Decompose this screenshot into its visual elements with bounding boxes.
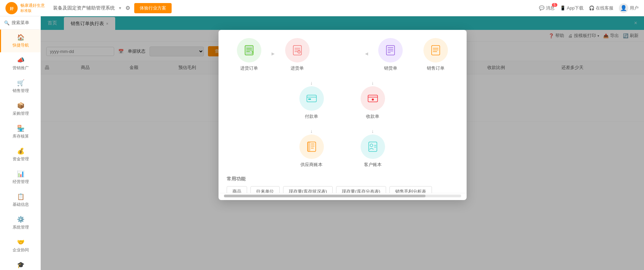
purchase-bill-node: 进货单 — [275, 38, 320, 71]
modal: 进货订单 ▶ — [219, 30, 467, 200]
sales-order-node: 销售订单 — [413, 38, 458, 71]
svg-point-33 — [370, 144, 373, 147]
sidebar-item-sys-mgmt[interactable]: ⚙️系统管理 — [0, 212, 40, 234]
quick-btn-商品[interactable]: 商品 — [227, 186, 247, 193]
sales-bill-circle[interactable] — [378, 38, 403, 62]
svg-point-26 — [372, 98, 374, 101]
payment-slip-circle[interactable] — [299, 86, 324, 111]
sidebar-label-sales-mgmt: 销售管理 — [13, 88, 29, 94]
down-arrow-customer: ↓ — [371, 128, 374, 134]
sidebar-label-quick-nav: 快捷导航 — [13, 42, 29, 48]
sales-order-circle[interactable] — [423, 38, 448, 62]
main-area: 🔍 搜索菜单 🏠快捷导航📣营销推广🛒销售管理📦采购管理🏪库存核算💰资金管理📊经营… — [0, 16, 644, 270]
arrow-purchase-to-bill: ▶ — [272, 50, 275, 59]
sidebar-search[interactable]: 🔍 搜索菜单 — [0, 16, 40, 30]
customer-ledger-circle[interactable] — [361, 134, 385, 159]
sidebar-icon-finance: 💰 — [17, 147, 24, 155]
logo-area: 好 畅康通好生意 标准版 — [5, 2, 46, 14]
sidebar-icon-quick-nav: 🏠 — [17, 34, 24, 41]
sidebar-item-finance[interactable]: 💰资金管理 — [0, 143, 40, 166]
download-icon: 📱 — [560, 5, 565, 11]
sidebar: 🔍 搜索菜单 🏠快捷导航📣营销推广🛒销售管理📦采购管理🏪库存核算💰资金管理📊经营… — [0, 16, 41, 270]
app-download-btn[interactable]: 📱 App下载 — [560, 5, 584, 11]
purchase-order-node: 进货订单 — [227, 38, 272, 71]
sidebar-item-basic-info[interactable]: 📋基础信息 — [0, 189, 40, 212]
supplier-ledger-label: 供应商账本 — [300, 162, 323, 168]
dropdown-arrow-icon[interactable]: ▾ — [119, 5, 121, 11]
payment-slip-label: 付款单 — [305, 113, 318, 120]
svg-rect-12 — [386, 46, 395, 55]
scrollbar-thumb[interactable] — [224, 195, 425, 197]
modal-overlay[interactable]: 进货订单 ▶ — [41, 16, 644, 270]
sidebar-item-quick-nav[interactable]: 🏠快捷导航 — [0, 30, 40, 52]
quick-title: 常用功能 — [227, 176, 458, 182]
receipt-column: ↓ — [349, 79, 397, 120]
app-container: 好 畅康通好生意 标准版 装备及固定资产辅助管理系统 ▾ ⚙ 体验行业方案 💬 … — [0, 0, 644, 270]
sidebar-item-purchase-mgmt[interactable]: 📦采购管理 — [0, 98, 40, 121]
sidebar-icon-sales-mgmt: 🛒 — [17, 79, 24, 87]
logo-text: 畅康通好生意 标准版 — [20, 3, 45, 13]
sidebar-item-newbie[interactable]: 🎓新手引导 — [0, 257, 40, 270]
down-arrow-payment: ↓ — [310, 80, 313, 86]
sidebar-label-sys-mgmt: 系统管理 — [13, 224, 29, 230]
app-download-label: App下载 — [567, 5, 584, 11]
sidebar-item-sales-mgmt[interactable]: 🛒销售管理 — [0, 75, 40, 98]
flow-row-2-area: ↓ — [227, 79, 458, 120]
sys-title: 装备及固定资产辅助管理系统 — [53, 5, 115, 11]
svg-rect-6 — [293, 46, 301, 55]
quick-btn-销售毛利分析表[interactable]: 销售毛利分析表 — [389, 186, 432, 193]
sidebar-icon-sys-mgmt: ⚙️ — [17, 216, 24, 223]
sidebar-item-operations[interactable]: 📊经营管理 — [0, 166, 40, 189]
down-arrow-supplier: ↓ — [310, 128, 313, 134]
online-service-btn[interactable]: 🎧 在线客服 — [589, 5, 613, 11]
purchase-order-circle[interactable] — [237, 38, 261, 62]
sidebar-label-purchase-mgmt: 采购管理 — [13, 111, 29, 116]
logo-icon: 好 — [5, 2, 18, 14]
online-service-label: 在线客服 — [596, 5, 613, 11]
user-btn[interactable]: 👤 用户 — [619, 3, 639, 13]
sidebar-label-inventory: 库存核算 — [13, 133, 29, 139]
content-area: 首页 销售订单执行表 × × ❓ 帮助 🖨 按模板打印 ▾ — [41, 16, 644, 270]
quick-btn-现存量(库存状况表)[interactable]: 现存量(库存状况表) — [283, 186, 333, 193]
message-btn[interactable]: 💬 消息 5 — [539, 5, 555, 11]
sidebar-icon-newbie: 🎓 — [17, 261, 24, 269]
sidebar-item-enterprise[interactable]: 🤝企业协同 — [0, 234, 40, 257]
svg-rect-23 — [308, 98, 311, 100]
svg-rect-28 — [308, 142, 310, 151]
svg-text:好: 好 — [10, 6, 14, 11]
sidebar-item-inventory[interactable]: 🏪库存核算 — [0, 121, 40, 143]
payment-slip-node: 付款单 — [288, 86, 335, 120]
service-icon: 🎧 — [589, 5, 594, 11]
supplier-ledger-circle[interactable] — [299, 134, 324, 159]
customer-ledger-node: 客户账本 — [349, 134, 397, 168]
quick-btn-往来单位[interactable]: 往来单位 — [250, 186, 280, 193]
sidebar-icon-operations: 📊 — [17, 170, 24, 178]
search-label: 搜索菜单 — [12, 20, 29, 26]
purchase-bill-circle[interactable] — [285, 38, 310, 62]
flow-row-1: 进货订单 ▶ — [227, 38, 458, 71]
experience-btn[interactable]: 体验行业方案 — [134, 3, 172, 13]
sidebar-label-enterprise: 企业协同 — [13, 247, 29, 253]
sidebar-label-operations: 经营管理 — [13, 179, 29, 185]
sales-bill-label: 销货单 — [384, 65, 397, 71]
receipt-slip-circle[interactable] — [361, 86, 385, 111]
customer-column: ↓ — [349, 128, 397, 168]
scrollbar-track — [224, 195, 461, 197]
sidebar-icon-basic-info: 📋 — [17, 193, 24, 200]
sales-order-label: 销售订单 — [427, 65, 445, 71]
sidebar-icon-inventory: 🏪 — [17, 125, 24, 132]
payment-column: ↓ — [288, 79, 335, 120]
sidebar-items: 🏠快捷导航📣营销推广🛒销售管理📦采购管理🏪库存核算💰资金管理📊经营管理📋基础信息… — [0, 30, 40, 270]
message-icon: 💬 — [539, 5, 544, 11]
customer-ledger-label: 客户账本 — [364, 162, 382, 168]
top-actions: 💬 消息 5 📱 App下载 🎧 在线客服 👤 用户 — [539, 3, 639, 13]
quick-btn-现存量(库存分布表)[interactable]: 现存量(库存分布表) — [336, 186, 386, 193]
purchase-bill-label: 进货单 — [291, 65, 304, 71]
top-bar: 好 畅康通好生意 标准版 装备及固定资产辅助管理系统 ▾ ⚙ 体验行业方案 💬 … — [0, 0, 644, 16]
search-icon: 🔍 — [4, 20, 10, 25]
flow-row-3-area: ↓ — [227, 128, 458, 168]
modal-body: 进货订单 ▶ — [219, 30, 467, 193]
settings-icon[interactable]: ⚙ — [125, 5, 130, 11]
sidebar-item-marketing[interactable]: 📣营销推广 — [0, 52, 40, 75]
sidebar-label-finance: 资金管理 — [13, 156, 29, 162]
